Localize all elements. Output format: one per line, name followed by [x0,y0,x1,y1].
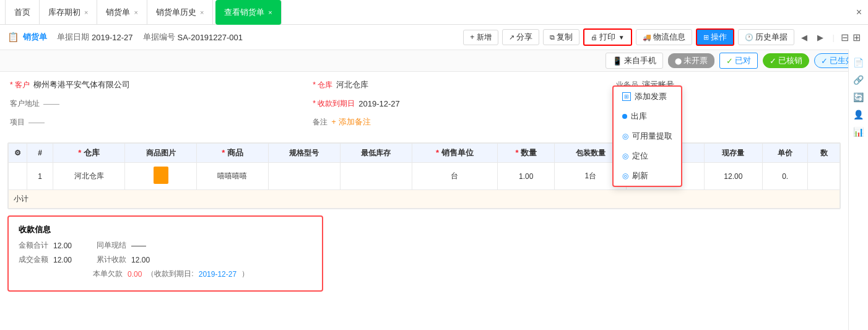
phone-icon: 📱 [612,56,622,66]
form-row-1: 客户 柳州粤港平安气体有限公司 仓库 河北仓库 业务员 演示账号 [10,79,858,90]
payment-row-3: 本单欠款 0.00 （收款到期日: 2019-12-27 ） [19,269,312,279]
address-value: —— [43,99,59,108]
share-icon: ↗ [509,33,514,41]
td-gear [9,163,27,190]
right-panel-icon-3[interactable]: 🔄 [851,89,867,105]
th-unit: 销售单位 [412,144,497,163]
history-button[interactable]: 🕐 历史单据 [738,29,794,45]
logistics-button[interactable]: 🚚 物流信息 [636,29,692,45]
not-invoiced-button[interactable]: ⬤ 未开票 [668,53,714,68]
customer-label: 客户 [10,80,30,90]
warehouse-value: 河北仓库 [336,79,368,90]
table-row: 1 河北仓库 嘻嘻嘻嘻 台 1.00 1台 12.00 0. [9,163,840,190]
list-view-icon[interactable]: ⊞ [853,32,861,43]
dropdown-refresh[interactable]: ◎ 刷新 [614,166,681,186]
th-img: 商品图片 [125,144,197,163]
tab-sales-order-close[interactable]: × [134,9,137,16]
add-note-button[interactable]: + 添加备注 [331,116,370,128]
td-warehouse: 河北仓库 [53,163,125,190]
td-current: 12.00 [704,163,763,190]
deal-field: 成交金额 12.00 [19,254,72,265]
tab-sales-order[interactable]: 销货单 × [97,0,147,25]
th-warehouse: 仓库 [53,144,125,163]
right-panel-icon-1[interactable]: 📄 [851,54,867,71]
plus-icon: + [331,117,336,126]
th-min-stock: 最低库存 [340,144,412,163]
payment-row-2: 成交金额 12.00 累计收款 12.00 [19,254,312,265]
due-date-field: 收款到期日 2019-12-27 [313,98,615,109]
note-label: 备注 [313,117,328,128]
project-value: —— [28,118,45,127]
operate-button[interactable]: ⊞ 操作 [696,28,734,46]
invoice-icon: ⬤ [675,58,682,64]
share-button[interactable]: ↗ 分享 [502,29,539,45]
refresh-icon: ◎ [622,172,628,180]
tab-view-sales[interactable]: 查看销货单 × [215,0,281,25]
copy-button[interactable]: ⧉ 复制 [543,29,579,45]
print-icon: 🖨 [591,33,597,41]
print-dropdown-arrow[interactable]: ▼ [618,34,625,41]
checked-button[interactable]: ✓ 已核销 [763,53,809,68]
td-num: 1 [27,163,53,190]
tab-inventory-init[interactable]: 库存期初 × [40,0,97,25]
nav-prev[interactable]: ◀ [798,31,810,44]
project-label: 项目 [10,117,25,128]
th-num: # [27,144,53,163]
tab-sales-history-close[interactable]: × [200,9,204,16]
tab-inventory-init-close[interactable]: × [84,9,88,16]
tab-home[interactable]: 首页 [5,0,40,25]
grid-view-icon[interactable]: ⊟ [841,32,849,43]
nav-next[interactable]: ▶ [814,31,827,44]
doc-type-label: 📋 销货单 [7,32,47,43]
right-panel-icon-4[interactable]: 👤 [851,106,867,123]
tab-bar: 首页 库存期初 × 销货单 × 销货单历史 × 查看销货单 × × [0,0,868,25]
project-field: 项目 —— [10,117,313,128]
outbound-icon [622,114,627,119]
dropdown-outbound[interactable]: 出库 [614,106,681,126]
th-current: 现存量 [704,144,763,163]
payment-info-box: 收款信息 金额合计 12.00 同单现结 —— 成交金额 12.00 累计收款 [7,215,323,292]
warehouse-label: 仓库 [313,80,332,90]
th-qty: 数量 [498,144,555,163]
tab-sales-history[interactable]: 销货单历史 × [147,0,213,25]
right-panel-icon-5[interactable]: 📊 [851,124,867,140]
product-image [154,167,168,184]
confirm-button[interactable]: ✓ 已对 [719,53,758,69]
td-img [125,163,197,190]
print-button[interactable]: 🖨 打印 ▼ [583,28,632,46]
tab-view-sales-close[interactable]: × [268,9,272,16]
th-price: 单价 [763,144,808,163]
td-product: 嘻嘻嘻嘻 [197,163,269,190]
due-date-label: 收款到期日 [313,98,355,109]
from-phone-button[interactable]: 📱 来自手机 [605,53,663,69]
doc-info: 📋 销货单 单据日期 2019-12-27 单据编号 SA-20191227-0… [7,32,461,43]
cumulative-field: 累计收款 12.00 [97,254,150,265]
window-close-button[interactable]: × [856,7,862,18]
th-gear[interactable]: ⚙ [9,144,27,163]
note-field: 备注 + 添加备注 [313,116,615,128]
dropdown-locate[interactable]: ◎ 定位 [614,146,681,166]
checked-icon: ✓ [770,56,776,66]
payment-row-1: 金额合计 12.00 同单现结 —— [19,240,312,251]
dropdown-available-qty[interactable]: ◎ 可用量提取 [614,126,681,146]
address-label: 客户地址 [10,98,40,109]
td-spec [268,163,340,190]
dropdown-add-invoice[interactable]: ⊞ 添加发票 [614,87,681,106]
due-date-value: 2019-12-27 [358,99,400,108]
add-invoice-icon: ⊞ [622,92,631,101]
th-product: 商品 [197,144,269,163]
secondary-toolbar: 📱 来自手机 ⬤ 未开票 ✓ 已对 ✓ 已核销 ✓ 已生效 [0,50,868,72]
form-area: 客户 柳州粤港平安气体有限公司 仓库 河北仓库 业务员 演示账号 客户地址 —— [0,72,868,142]
available-qty-icon: ◎ [622,132,628,141]
history-icon: 🕐 [745,33,753,41]
locate-icon: ◎ [622,152,628,160]
doc-no-field: 单据编号 SA-20191227-001 [143,32,243,43]
customer-value: 柳州粤港平安气体有限公司 [33,79,130,90]
customer-field: 客户 柳州粤港平安气体有限公司 [10,79,313,90]
operate-dropdown: ⊞ 添加发票 出库 ◎ 可用量提取 ◎ 定位 ◎ 刷新 [612,85,682,187]
product-table-container: ⚙ # 仓库 商品图片 商品 规格型号 最低库存 销售单位 数量 包装数量 可用… [7,142,841,209]
new-button[interactable]: + 新增 [463,30,498,45]
product-table: ⚙ # 仓库 商品图片 商品 规格型号 最低库存 销售单位 数量 包装数量 可用… [8,143,840,209]
right-panel-icon-2[interactable]: 🔗 [851,72,867,88]
total-field: 金额合计 12.00 [19,240,72,251]
